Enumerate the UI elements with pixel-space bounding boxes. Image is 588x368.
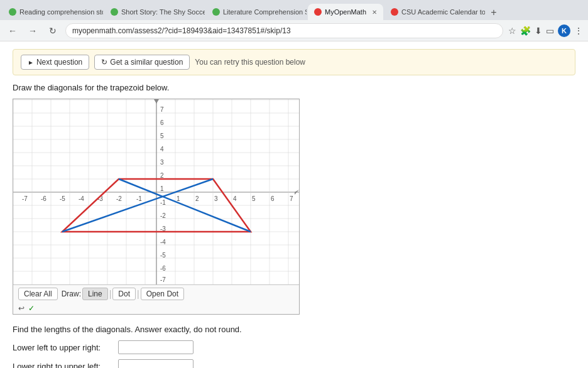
instruction-text: Draw the diagonals for the trapezoid bel… bbox=[13, 83, 575, 92]
svg-text:6: 6 bbox=[271, 195, 275, 202]
svg-text:2: 2 bbox=[195, 195, 199, 202]
question-title: Find the lengths of the diagonals. Answe… bbox=[13, 325, 575, 334]
lower-left-input[interactable] bbox=[118, 340, 193, 354]
next-question-label: Next question bbox=[36, 58, 82, 67]
separator-2: | bbox=[137, 289, 139, 299]
lower-right-input[interactable] bbox=[118, 359, 193, 368]
svg-text:-5: -5 bbox=[60, 195, 65, 202]
tab-shortstory[interactable]: Short Story: The Shy Soccer ... ✕ bbox=[104, 4, 205, 20]
question-title-text: Find the lengths of the diagonals. Answe… bbox=[13, 325, 242, 334]
svg-text:-4: -4 bbox=[160, 239, 166, 246]
graph-canvas[interactable]: 7 6 5 4 3 2 1 -1 -2 -3 -4 -5 -6 -7 -7 -6… bbox=[13, 99, 299, 284]
svg-text:5: 5 bbox=[160, 133, 164, 139]
tab-label-csu: CSU Academic Calendar to g... bbox=[401, 8, 485, 16]
tab-myopenmath[interactable]: MyOpenMath ✕ bbox=[308, 4, 383, 20]
lower-left-label: Lower left to upper right: bbox=[13, 343, 113, 352]
svg-text:7: 7 bbox=[290, 195, 293, 202]
draw-label: Draw: bbox=[62, 290, 81, 298]
address-bar: ← → ↻ myopenmath.com/assess2/?cid=189493… bbox=[0, 20, 588, 41]
tab-label-shortstory: Short Story: The Shy Soccer ... bbox=[121, 8, 205, 16]
svg-text:4: 4 bbox=[233, 195, 237, 202]
page-content: ► Next question ↻ Get a similar question… bbox=[0, 41, 588, 368]
reload-button[interactable]: ↻ bbox=[45, 23, 60, 38]
svg-text:-2: -2 bbox=[160, 212, 166, 219]
graph-wrapper: 7 6 5 4 3 2 1 -1 -2 -3 -4 -5 -6 -7 -7 -6… bbox=[13, 99, 300, 315]
svg-text:3: 3 bbox=[160, 159, 164, 166]
svg-text:4: 4 bbox=[160, 146, 164, 153]
get-similar-label: Get a similar question bbox=[110, 58, 183, 67]
top-actions-bar: ► Next question ↻ Get a similar question… bbox=[13, 49, 575, 75]
tab-icon-myopenmath bbox=[314, 8, 322, 16]
forward-button[interactable]: → bbox=[25, 23, 40, 38]
back-button[interactable]: ← bbox=[5, 23, 20, 38]
next-arrow-icon: ► bbox=[28, 59, 34, 66]
svg-text:3: 3 bbox=[214, 195, 218, 202]
svg-text:-2: -2 bbox=[116, 195, 122, 202]
tab-reading[interactable]: Reading comprehension stori... ✕ bbox=[3, 4, 103, 20]
svg-text:-7: -7 bbox=[160, 276, 166, 283]
retry-icon: ↻ bbox=[101, 58, 107, 67]
next-question-button[interactable]: ► Next question bbox=[21, 55, 89, 70]
undo-icon[interactable]: ↩ bbox=[18, 304, 24, 313]
tab-icon-literature bbox=[212, 8, 220, 16]
svg-text:-6: -6 bbox=[160, 265, 166, 272]
svg-text:1: 1 bbox=[177, 195, 180, 202]
graph-toolbar: Clear All Draw: Line | Dot | Open Dot bbox=[13, 284, 299, 303]
download-icon[interactable]: ⬇ bbox=[535, 26, 542, 36]
line-tool-button[interactable]: Line bbox=[82, 288, 108, 300]
menu-icon[interactable]: ⋮ bbox=[574, 26, 583, 36]
svg-text:1: 1 bbox=[160, 185, 164, 192]
address-icons: ☆ 🧩 ⬇ ▭ K ⋮ bbox=[508, 24, 583, 37]
url-bar[interactable]: myopenmath.com/assess2/?cid=189493&aid=1… bbox=[65, 23, 503, 38]
tab-csu[interactable]: CSU Academic Calendar to g... ✕ bbox=[384, 4, 485, 20]
get-similar-button[interactable]: ↻ Get a similar question bbox=[94, 55, 190, 70]
open-dot-tool-button[interactable]: Open Dot bbox=[141, 288, 184, 300]
svg-text:-4: -4 bbox=[79, 195, 84, 202]
tab-literature[interactable]: Literature Comprehension Sh... ✕ bbox=[206, 4, 307, 20]
tab-icon-reading bbox=[9, 8, 16, 16]
svg-text:-5: -5 bbox=[160, 252, 166, 259]
lower-right-row: Lower right to upper left: bbox=[13, 359, 575, 368]
tab-icon-shortstory bbox=[111, 8, 118, 16]
separator-1: | bbox=[109, 289, 112, 299]
dot-tool-button[interactable]: Dot bbox=[112, 288, 136, 300]
retry-info-text: You can retry this question below bbox=[195, 58, 305, 67]
svg-text:-1: -1 bbox=[160, 199, 166, 206]
svg-text:-1: -1 bbox=[136, 195, 142, 202]
cast-icon[interactable]: ▭ bbox=[546, 26, 554, 36]
svg-text:-7: -7 bbox=[22, 195, 28, 202]
profile-icon[interactable]: K bbox=[558, 24, 570, 37]
clear-all-button[interactable]: Clear All bbox=[18, 288, 58, 300]
tab-label-myopenmath: MyOpenMath bbox=[325, 8, 366, 16]
svg-text:6: 6 bbox=[160, 119, 164, 126]
lower-right-label: Lower right to upper left: bbox=[13, 362, 113, 369]
url-text: myopenmath.com/assess2/?cid=189493&aid=1… bbox=[72, 26, 291, 35]
svg-text:5: 5 bbox=[252, 195, 256, 202]
new-tab-button[interactable]: + bbox=[486, 5, 501, 20]
tab-label-reading: Reading comprehension stori... bbox=[19, 8, 103, 16]
tab-close-myopenmath[interactable]: ✕ bbox=[372, 9, 377, 16]
tab-bar: Reading comprehension stori... ✕ Short S… bbox=[0, 0, 588, 20]
tab-label-literature: Literature Comprehension Sh... bbox=[223, 8, 307, 16]
question-section: Find the lengths of the diagonals. Answe… bbox=[13, 325, 575, 368]
check-icon: ✓ bbox=[28, 304, 35, 313]
graph-footer: ↩ ✓ bbox=[13, 303, 299, 314]
svg-text:2: 2 bbox=[160, 172, 164, 179]
tab-icon-csu bbox=[391, 8, 398, 16]
svg-text:7: 7 bbox=[160, 106, 164, 113]
lower-left-row: Lower left to upper right: bbox=[13, 340, 575, 354]
extension-icon[interactable]: 🧩 bbox=[520, 26, 531, 36]
bookmark-icon[interactable]: ☆ bbox=[508, 26, 516, 36]
svg-text:-6: -6 bbox=[41, 195, 46, 202]
